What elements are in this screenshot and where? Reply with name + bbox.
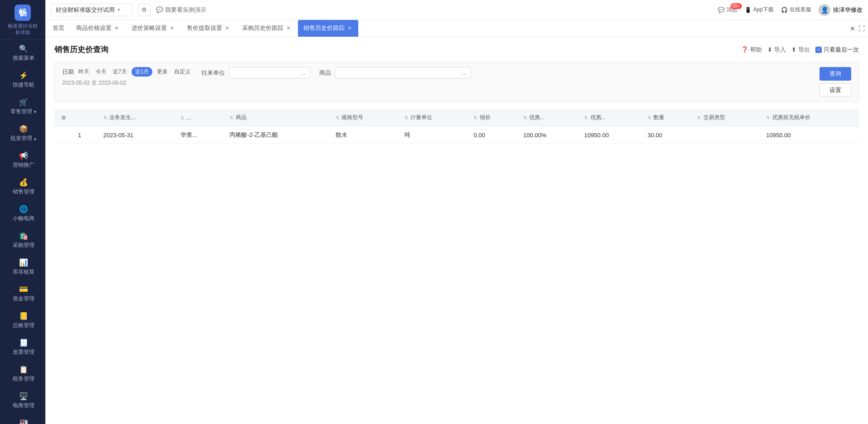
row-goods: 丙烯酸-2-乙基己酯 [224, 126, 330, 144]
row-pre-tax-price: 10950.00 [761, 126, 859, 144]
tab-pricing-strategy[interactable]: 进价策略设置 ✕ [126, 20, 180, 37]
topbar-settings-button[interactable]: ⚙ [138, 4, 151, 16]
source-unit-dots[interactable]: ... [302, 69, 307, 76]
user-menu[interactable]: 👤 徐泽华修改 [819, 4, 863, 16]
product-selector[interactable]: 好业财标准版交付试用 ▾ [51, 4, 132, 16]
topbar: 好业财标准版交付试用 ▾ ⚙ 💬 我要看实例演示 💬 消息 99+ 📱 App下… [45, 0, 868, 20]
col-quantity[interactable]: ⇅ 数量 [642, 109, 692, 126]
tab-sale-history-close[interactable]: ✕ [346, 25, 353, 31]
date-opt-yesterday[interactable]: 昨天 [77, 67, 91, 77]
finance-icon: 💳 [19, 285, 28, 294]
sidebar-item-wholesale[interactable]: 📦 批发管理 ▴ [0, 120, 45, 147]
col-price[interactable]: ⇅ 报价 [468, 109, 517, 126]
col-discount1[interactable]: ⇅ 优惠... [518, 109, 579, 126]
tab-price-setting[interactable]: 商品价格设置 ✕ [71, 20, 125, 37]
checkbox-checked-icon: ✓ [815, 47, 822, 53]
sidebar-item-accounting[interactable]: 📒 总账管理 [0, 307, 45, 334]
tab-sale-history[interactable]: 销售历史价跟踪 ✕ [298, 20, 358, 37]
goods-label: 商品 [319, 69, 331, 77]
row-discount1: 100.00% [518, 126, 579, 144]
date-opt-last1month[interactable]: 近1月 [132, 67, 153, 77]
phone-icon: 📱 [745, 7, 751, 13]
xiaochang-icon: 🌐 [19, 205, 28, 213]
sidebar-item-label: 小畅电商 [13, 215, 34, 222]
app-download-button[interactable]: 📱 App下载 [745, 6, 774, 14]
logo-text: 畅捷通好业财 标准版 [8, 23, 38, 36]
filter-buttons: 查询 设置 [819, 67, 851, 97]
source-unit-input[interactable]: ... [229, 67, 310, 78]
table-settings-gear-icon[interactable]: ⚙ [61, 115, 66, 121]
col-settings[interactable]: ⚙ [54, 109, 73, 126]
online-service-button[interactable]: 🎧 在线客服 [781, 6, 811, 14]
date-opt-last7days[interactable]: 近7天 [111, 67, 129, 77]
sidebar-item-inventory[interactable]: 📊 库存核算 [0, 254, 45, 280]
help-link[interactable]: ❓ 帮助 [741, 46, 762, 54]
invoice-icon: 🧾 [19, 338, 28, 347]
user-name: 徐泽华修改 [833, 6, 863, 14]
col-pre-tax-price[interactable]: ⇅ 优惠前无税单价 [761, 109, 859, 126]
inventory-icon: 📊 [19, 258, 28, 267]
close-window-button[interactable]: ✕ [848, 24, 857, 33]
sidebar-item-search[interactable]: 🔍 搜索菜单 [0, 40, 45, 67]
sidebar-item-marketing[interactable]: 📢 营销推广 [0, 147, 45, 173]
table-row[interactable]: 1 2023-05-31 华查... 丙烯酸-2-乙基己酯 散水 吨 0.00 … [54, 126, 859, 144]
tab-sale-price[interactable]: 售价提取设置 ✕ [181, 20, 236, 37]
export-link[interactable]: ⬆ 导出 [791, 46, 810, 54]
tab-home-label: 首页 [53, 24, 64, 32]
col-pre-tax-price-label: 优惠前无税单价 [772, 114, 810, 120]
sidebar-item-xiaochang[interactable]: 🌐 小畅电商 [0, 200, 45, 227]
tab-home[interactable]: 首页 [47, 20, 70, 37]
col-goods[interactable]: ⇅ 商品 [224, 109, 330, 126]
col-spec[interactable]: ⇅ 规格型号 [330, 109, 399, 126]
import-link[interactable]: ⬇ 导入 [767, 46, 786, 54]
page-header: 销售历史价查询 ❓ 帮助 ⬇ 导入 ⬆ 导出 [54, 44, 859, 55]
messages-button[interactable]: 💬 消息 99+ [718, 6, 737, 14]
tab-purchase-history-close[interactable]: ✕ [285, 25, 292, 31]
sidebar-item-sales[interactable]: 💰 销售管理 [0, 173, 45, 200]
goods-filter: 商品 ... [319, 67, 471, 78]
export-label: 导出 [798, 46, 810, 54]
col-date[interactable]: ⇅ 业务发生... [98, 109, 175, 126]
sidebar-item-quicknav[interactable]: ⚡ 快捷导航 [0, 67, 45, 93]
sidebar-item-label: 搜索菜单 [13, 54, 34, 62]
sidebar-item-tax[interactable]: 📋 税务管理 [0, 361, 45, 387]
export-icon: ⬆ [791, 46, 796, 53]
query-button[interactable]: 查询 [819, 67, 851, 81]
goods-input[interactable]: ... [335, 67, 471, 78]
col-discount2[interactable]: ⇅ 优惠... [579, 109, 642, 126]
col-trade-type[interactable]: ⇅ 交易类型 [692, 109, 761, 126]
sidebar-item-fixed[interactable]: 🏭 固定资产 [0, 414, 45, 424]
tab-sale-price-label: 售价提取设置 [187, 24, 222, 32]
col-unit[interactable]: ⇅ 计量单位 [399, 109, 468, 126]
tab-purchase-history[interactable]: 采购历史价跟踪 ✕ [237, 20, 297, 37]
sidebar-item-label: 库存核算 [13, 268, 34, 276]
avatar: 👤 [819, 4, 830, 16]
sidebar-item-ecom[interactable]: 🖥️ 电商管理 [0, 387, 45, 414]
filter-settings-button[interactable]: 设置 [819, 83, 851, 97]
maximize-window-button[interactable]: ⛶ [857, 24, 866, 33]
sidebar: 畅 畅捷通好业财 标准版 🔍 搜索菜单 ⚡ 快捷导航 🛒 零售管理 ▾ 📦 批发… [0, 0, 45, 424]
tab-purchase-history-label: 采购历史价跟踪 [242, 24, 283, 32]
goods-dots[interactable]: ... [462, 69, 467, 76]
date-range-display: 2023-05-02 至 2023-06-02 [62, 79, 192, 87]
date-opt-custom[interactable]: 自定义 [172, 67, 192, 77]
only-last-checkbox[interactable]: ✓ 只看最后一次 [815, 46, 859, 54]
tab-sale-price-close[interactable]: ✕ [224, 25, 230, 31]
tax-icon: 📋 [19, 365, 28, 374]
message-icon: 💬 [718, 7, 725, 13]
date-opt-today[interactable]: 今天 [94, 67, 108, 77]
sidebar-item-retail[interactable]: 🛒 零售管理 ▾ [0, 93, 45, 120]
date-opt-more[interactable]: 更多 [155, 67, 170, 77]
search-icon: 🔍 [19, 44, 28, 53]
sidebar-item-purchase[interactable]: 🛍️ 采购管理 [0, 227, 45, 254]
row-spec: 散水 [330, 126, 399, 144]
sidebar-item-finance[interactable]: 💳 资金管理 [0, 280, 45, 307]
sort-icon: ⇅ [648, 115, 651, 120]
col-extra[interactable]: ⇅ ... [175, 109, 224, 126]
tab-price-setting-close[interactable]: ✕ [113, 25, 120, 31]
filter-row: 日期 昨天 今天 近7天 近1月 更多 自定义 2023-05-02 至 202… [54, 62, 859, 102]
accounting-icon: 📒 [19, 312, 28, 320]
sidebar-item-invoice[interactable]: 🧾 发票管理 [0, 334, 45, 361]
demo-link[interactable]: 💬 我要看实例演示 [156, 6, 206, 14]
tab-pricing-strategy-close[interactable]: ✕ [169, 25, 175, 31]
